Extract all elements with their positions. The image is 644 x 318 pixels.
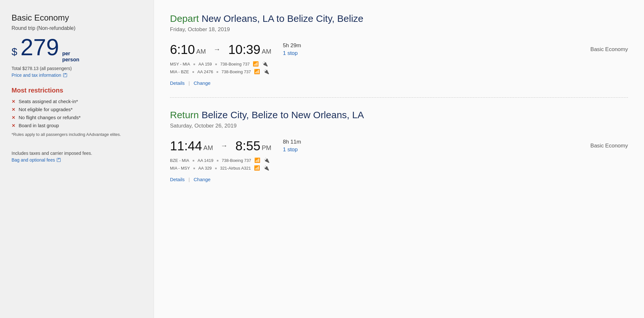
price-amount: 279 bbox=[21, 36, 59, 59]
return-depart-suffix: AM bbox=[203, 144, 213, 153]
return-cabin-class: Basic Economy bbox=[590, 143, 628, 149]
return-date: Saturday, October 26, 2019 bbox=[170, 123, 628, 129]
depart-change-link[interactable]: Change bbox=[194, 80, 211, 86]
segment-row: BZE - MIA ■ AA 1419 ■ 738-Boeing 737 📶 🔌 bbox=[170, 157, 628, 163]
wifi-icon: 📶 bbox=[253, 61, 259, 67]
restriction-x-icon: ✕ bbox=[12, 123, 15, 128]
depart-cabin-class: Basic Economy bbox=[590, 46, 628, 53]
return-direction-word: Return bbox=[170, 110, 199, 120]
segment-aircraft: 738-Boeing 737 bbox=[220, 62, 250, 66]
restriction-text: Seats assigned at check-in* bbox=[19, 99, 78, 104]
return-times-row: 11:44 AM → 8:55 PM 8h 11m 1 stop Basic E… bbox=[170, 139, 628, 153]
external-link-icon bbox=[63, 73, 67, 77]
return-depart-time: 11:44 bbox=[170, 139, 202, 152]
segment-route: BZE - MIA bbox=[170, 158, 189, 163]
segment-aircraft: 738-Boeing 737 bbox=[221, 69, 251, 74]
wifi-icon: 📶 bbox=[254, 165, 260, 171]
segment-row: MIA - MSY ■ AA 329 ■ 321-Airbus A321 📶 🔌 bbox=[170, 165, 628, 171]
section-divider bbox=[170, 97, 628, 98]
right-panel: Depart New Orleans, LA to Belize City, B… bbox=[154, 0, 644, 318]
return-actions: Details | Change bbox=[170, 177, 628, 182]
return-header: Return Belize City, Belize to New Orlean… bbox=[170, 109, 628, 121]
return-arrive-suffix: PM bbox=[262, 144, 271, 153]
duration-text: 5h 29m bbox=[283, 42, 301, 49]
restriction-text: No flight changes or refunds* bbox=[19, 115, 80, 120]
segment-sep: ■ bbox=[216, 70, 218, 74]
return-arrive-time: 8:55 bbox=[235, 139, 260, 152]
depart-date: Friday, October 18, 2019 bbox=[170, 26, 628, 33]
segment-sep: ■ bbox=[215, 62, 217, 66]
segment-sep: ■ bbox=[193, 166, 195, 170]
action-separator: | bbox=[189, 177, 190, 182]
depart-route: New Orleans, LA to Belize City, Belize bbox=[201, 13, 363, 24]
arrow-icon: → bbox=[214, 45, 221, 54]
return-section: Return Belize City, Belize to New Orlean… bbox=[170, 109, 628, 182]
restriction-text: Not eligible for upgrades* bbox=[19, 107, 72, 112]
wifi-icon: 📶 bbox=[254, 157, 260, 163]
segment-route: MSY - MIA bbox=[170, 62, 190, 66]
price-dollar-sign: $ bbox=[12, 47, 17, 57]
restriction-note: *Rules apply to all passengers including… bbox=[12, 131, 142, 138]
duration-stops: 5h 29m 1 stop bbox=[283, 42, 301, 57]
restriction-item: ✕ Seats assigned at check-in* bbox=[12, 99, 142, 104]
segment-flight: AA 159 bbox=[199, 62, 212, 66]
left-panel: Basic Economy Round trip (Non-refundable… bbox=[0, 0, 154, 318]
segment-aircraft: 321-Airbus A321 bbox=[220, 166, 251, 171]
restriction-x-icon: ✕ bbox=[12, 107, 15, 112]
includes-taxes-text: Includes taxes and carrier imposed fees. bbox=[12, 151, 142, 156]
segment-flight: AA 1419 bbox=[198, 158, 213, 163]
return-segments: BZE - MIA ■ AA 1419 ■ 738-Boeing 737 📶 🔌… bbox=[170, 157, 628, 171]
cabin-title: Basic Economy bbox=[12, 13, 142, 23]
depart-section: Depart New Orleans, LA to Belize City, B… bbox=[170, 13, 628, 86]
price-tax-link[interactable]: Price and tax information bbox=[12, 73, 67, 78]
depart-times-row: 6:10 AM → 10:39 AM 5h 29m 1 stop Basic E… bbox=[170, 42, 628, 57]
stops-link[interactable]: 1 stop bbox=[283, 50, 301, 57]
total-price: Total $278.13 (all passengers) bbox=[12, 66, 142, 71]
depart-header: Depart New Orleans, LA to Belize City, B… bbox=[170, 13, 628, 24]
usb-icon: 🔌 bbox=[263, 69, 269, 75]
depart-direction-word: Depart bbox=[170, 13, 199, 24]
restriction-item: ✕ No flight changes or refunds* bbox=[12, 115, 142, 120]
usb-icon: 🔌 bbox=[263, 165, 269, 171]
bag-fees-link[interactable]: Bag and optional fees bbox=[12, 157, 61, 163]
external-link-icon bbox=[57, 158, 61, 162]
segment-route: MIA - BZE bbox=[170, 69, 189, 74]
usb-icon: 🔌 bbox=[264, 157, 270, 163]
segment-route: MIA - MSY bbox=[170, 166, 190, 171]
segment-sep: ■ bbox=[216, 159, 218, 162]
return-change-link[interactable]: Change bbox=[194, 177, 211, 182]
restriction-x-icon: ✕ bbox=[12, 99, 15, 104]
restrictions-title: Most restrictions bbox=[12, 87, 142, 94]
arrive-time: 10:39 bbox=[228, 43, 260, 56]
depart-details-link[interactable]: Details bbox=[170, 80, 185, 86]
return-route: Belize City, Belize to New Orleans, LA bbox=[201, 110, 364, 120]
depart-time: 6:10 bbox=[170, 43, 195, 56]
return-duration-text: 8h 11m bbox=[283, 139, 301, 145]
depart-segments: MSY - MIA ■ AA 159 ■ 738-Boeing 737 📶 🔌 … bbox=[170, 61, 628, 75]
restriction-item: ✕ Board in last group bbox=[12, 123, 142, 128]
restriction-list: ✕ Seats assigned at check-in* ✕ Not elig… bbox=[12, 99, 142, 128]
segment-sep: ■ bbox=[192, 70, 194, 74]
restriction-item: ✕ Not eligible for upgrades* bbox=[12, 107, 142, 112]
return-duration-stops: 8h 11m 1 stop bbox=[283, 139, 301, 153]
segment-aircraft: 738-Boeing 737 bbox=[222, 158, 251, 163]
usb-icon: 🔌 bbox=[262, 61, 268, 67]
per-person-label: per person bbox=[62, 50, 79, 63]
segment-flight: AA 2476 bbox=[197, 69, 213, 74]
depart-time-suffix: AM bbox=[196, 48, 206, 57]
action-separator: | bbox=[189, 80, 190, 86]
restriction-text: Board in last group bbox=[19, 123, 59, 128]
segment-sep: ■ bbox=[193, 62, 195, 66]
restriction-x-icon: ✕ bbox=[12, 115, 15, 120]
depart-actions: Details | Change bbox=[170, 80, 628, 86]
segment-sep: ■ bbox=[215, 166, 217, 170]
wifi-icon: 📶 bbox=[254, 69, 260, 75]
segment-sep: ■ bbox=[192, 159, 194, 162]
round-trip-label: Round trip (Non-refundable) bbox=[12, 25, 142, 31]
segment-row: MIA - BZE ■ AA 2476 ■ 738-Boeing 737 📶 🔌 bbox=[170, 69, 628, 75]
return-stops-link[interactable]: 1 stop bbox=[283, 146, 301, 153]
segment-flight: AA 329 bbox=[198, 166, 212, 171]
return-details-link[interactable]: Details bbox=[170, 177, 185, 182]
arrive-time-suffix: AM bbox=[262, 48, 271, 57]
price-display: $ 279 per person bbox=[12, 36, 142, 63]
